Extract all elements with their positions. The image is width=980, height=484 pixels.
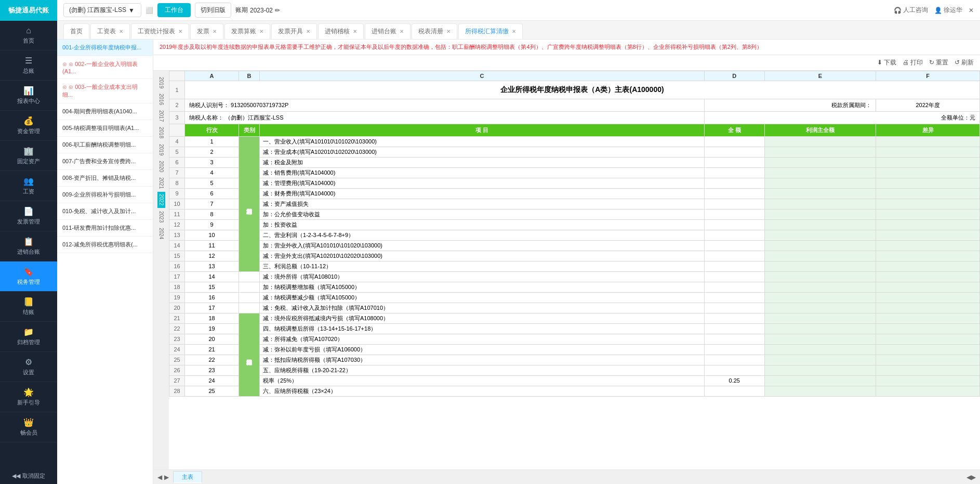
workbench-button[interactable]: 工作台 <box>157 3 191 17</box>
scroll-left-icon[interactable]: ◀ <box>966 474 971 481</box>
sidebar-item-4[interactable]: 🏢固定资产 <box>0 141 57 171</box>
tab-close-5[interactable]: ✕ <box>306 29 310 34</box>
tab-1[interactable]: 工资表✕ <box>90 23 130 39</box>
list-item-4[interactable]: 005-纳税调整项目明细表(A1... <box>57 120 153 137</box>
sidebar-item-8[interactable]: 🔖税务管理 <box>0 261 57 292</box>
sidebar-item-11[interactable]: ⚙设置 <box>0 352 57 382</box>
period-edit-icon[interactable]: ✏ <box>275 7 280 14</box>
category-cell-2: 应纳税所得额计算 <box>239 313 260 396</box>
year-item-2020-5[interactable]: 2020 <box>157 159 165 174</box>
year-item-2019-4[interactable]: 2019 <box>157 142 165 158</box>
sidebar-bottom-btn[interactable]: ◀◀ 取消固定 <box>12 468 45 484</box>
tab-close-3[interactable]: ✕ <box>213 29 217 34</box>
sidebar-item-1[interactable]: ☰总账 <box>0 50 57 81</box>
sidebar-label-3: 资金管理 <box>17 127 40 135</box>
list-item-3[interactable]: 004-期间费用明细表(A1040... <box>57 103 153 120</box>
toolbar-btn-刷新[interactable]: ↺刷新 <box>955 58 974 67</box>
profit-cell-10 <box>764 240 876 251</box>
tab-8[interactable]: 税表清册✕ <box>412 23 457 39</box>
tab-close-7[interactable]: ✕ <box>400 29 404 34</box>
company-selector[interactable]: (勿删) 江西服宝-LSS ▼ <box>63 3 141 17</box>
profit-cell-0 <box>764 136 876 147</box>
list-item-8[interactable]: 009-企业所得税补亏损明细... <box>57 187 153 203</box>
tab-close-2[interactable]: ✕ <box>178 29 182 34</box>
tab-label-0: 首页 <box>70 27 83 36</box>
sidebar-icon-1: ☰ <box>25 56 32 66</box>
sidebar-item-7[interactable]: 📋进销台账 <box>0 231 57 261</box>
item-cell-12: 三、利润总额（10-11-12） <box>260 261 705 271</box>
list-item-9[interactable]: 010-免税、减计收入及加计... <box>57 203 153 220</box>
sidebar-item-10[interactable]: 📁归档管理 <box>0 322 57 352</box>
amount-cell-24 <box>705 386 765 396</box>
list-item-6[interactable]: 007-广告费和业务宣传费跨... <box>57 153 153 170</box>
sidebar-item-6[interactable]: 📄发票管理 <box>0 201 57 231</box>
row-header-num <box>169 124 185 136</box>
tab-0[interactable]: 首页 <box>63 23 89 39</box>
list-item-7[interactable]: 008-资产折旧、摊销及纳税... <box>57 170 153 187</box>
profit-cell-21 <box>764 355 876 365</box>
sidebar-item-5[interactable]: 👥工资 <box>0 171 57 201</box>
user-service-btn[interactable]: 🎧 人工咨询 <box>894 6 928 15</box>
year-item-2023-8[interactable]: 2023 <box>157 209 165 225</box>
tab-close-4[interactable]: ✕ <box>259 29 263 34</box>
list-item-1[interactable]: ⊙ 002-一般企业收入明细表(A1... <box>57 56 153 79</box>
tab-close-9[interactable]: ✕ <box>512 29 516 34</box>
scroll-right-icon[interactable]: ▶ <box>971 474 976 481</box>
sidebar-icon-5: 👥 <box>23 176 34 186</box>
tab-label-4: 发票算账 <box>231 27 256 36</box>
toolbar-btn-重置[interactable]: ↻重置 <box>929 58 948 67</box>
diff-cell-16 <box>876 303 980 313</box>
list-item-0[interactable]: 001-企业所得税年度纳税申报... <box>57 40 153 56</box>
company-dropdown-icon[interactable]: ▼ <box>128 7 135 14</box>
sheet-tab-0[interactable]: 主表 <box>173 471 202 483</box>
tab-4[interactable]: 发票算账✕ <box>224 23 270 39</box>
sheet-main[interactable]: A B C D E F 1 企业所得税年度纳税申报表（A类）主表(A100000… <box>169 71 980 470</box>
list-item-2[interactable]: ⊙ 003-一般企业成本支出明细... <box>57 79 153 103</box>
year-item-2022-7[interactable]: 2022 <box>157 192 165 207</box>
tab-7[interactable]: 进销台账✕ <box>365 23 410 39</box>
sidebar-item-9[interactable]: 📒结账 <box>0 292 57 322</box>
tab-close-8[interactable]: ✕ <box>446 29 451 34</box>
list-item-11[interactable]: 012-减免所得税优惠明细表(... <box>57 237 153 253</box>
topbar: (勿删) 江西服宝-LSS ▼ ⬜ 工作台 切到旧版 账期 2023-02 ✏ … <box>57 0 980 21</box>
tab-9[interactable]: 所得税汇算清缴✕ <box>458 23 523 39</box>
year-item-2021-6[interactable]: 2021 <box>157 175 165 191</box>
nav-next-icon[interactable]: ▶ <box>164 474 169 481</box>
switch-version-button[interactable]: 切到旧版 <box>195 3 231 18</box>
tab-close-1[interactable]: ✕ <box>119 29 123 34</box>
row-num-2: 2 <box>169 99 185 111</box>
print-icon[interactable]: ⬜ <box>145 7 153 14</box>
amount-cell-1 <box>705 147 765 157</box>
year-item-2019-0[interactable]: 2019 <box>157 75 165 90</box>
sidebar-item-12[interactable]: 🌟新手引导 <box>0 382 57 412</box>
item-cell-16: 减：免税、减计收入及加计扣除（填写A107010） <box>260 303 705 313</box>
year-item-2024-9[interactable]: 2024 <box>157 226 165 241</box>
sidebar-item-2[interactable]: 📊报表中心 <box>0 81 57 111</box>
year-item-2017-2[interactable]: 2017 <box>157 108 165 124</box>
tab-2[interactable]: 工资统计报表✕ <box>131 23 189 39</box>
period-info: 账期 2023-02 ✏ <box>235 6 280 15</box>
toolbar-btn-下载[interactable]: ⬇下载 <box>877 58 896 67</box>
close-main-btn[interactable]: ✕ <box>969 7 974 14</box>
tab-3[interactable]: 发票✕ <box>190 23 223 39</box>
list-item-10[interactable]: 011-研发费用加计扣除优惠... <box>57 220 153 237</box>
tab-6[interactable]: 进销稽核✕ <box>318 23 364 39</box>
nav-prev-icon[interactable]: ◀ <box>157 474 162 481</box>
tab-5[interactable]: 发票开具✕ <box>271 23 317 39</box>
row-num-5: 8 <box>169 178 185 188</box>
user-info[interactable]: 👤 徐运华 <box>934 6 962 15</box>
list-item-5[interactable]: 006-职工薪酬纳税调整明细... <box>57 137 153 153</box>
sidebar-label-0: 首页 <box>23 37 34 45</box>
tab-close-6[interactable]: ✕ <box>353 29 357 34</box>
sidebar-item-0[interactable]: ⌂首页 <box>0 21 57 50</box>
sheet-tabs: 主表 <box>173 471 202 483</box>
year-item-2018-3[interactable]: 2018 <box>157 125 165 140</box>
content-area: 001-企业所得税年度纳税申报...⊙ 002-一般企业收入明细表(A1...⊙… <box>57 40 980 484</box>
sidebar-item-3[interactable]: 💰资金管理 <box>0 111 57 141</box>
toolbar-btn-打印[interactable]: 🖨打印 <box>903 58 923 67</box>
profit-cell-24 <box>764 386 876 396</box>
profit-cell-13 <box>764 271 876 282</box>
row-num-23: 26 <box>169 365 185 375</box>
sidebar-item-13[interactable]: 👑畅会员 <box>0 412 57 442</box>
year-item-2016-1[interactable]: 2016 <box>157 91 165 107</box>
